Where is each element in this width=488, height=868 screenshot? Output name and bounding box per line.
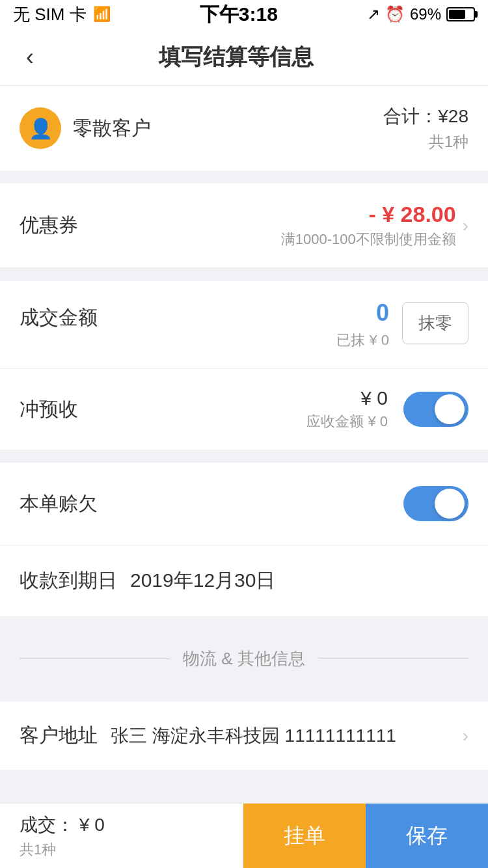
status-time: 下午3:18 [200,1,278,28]
battery-icon [446,7,475,21]
credit-section: 本单赊欠 收款到期日 2019年12月30日 [0,463,488,616]
divider-line-left [20,658,170,659]
customer-total: 合计：¥28 [383,104,468,129]
address-label: 客户地址 [20,722,98,749]
customer-count: 共1种 [383,131,468,152]
amount-right: 0 已抹 ¥ 0 抹零 [336,299,468,350]
logistics-section: 物流 & 其他信息 [0,629,488,688]
coupon-chevron-icon: › [463,215,468,236]
prepay-right: ¥ 0 应收金额 ¥ 0 [306,387,468,431]
prepay-toggle[interactable] [403,392,468,427]
address-row[interactable]: 客户地址 张三 海淀永丰科技园 11111111111 › [0,701,488,770]
logistics-divider: 物流 & 其他信息 [0,629,488,688]
credit-label: 本单赊欠 [20,491,98,517]
amount-value: 0 [336,299,389,327]
avatar-icon: 👤 [29,117,53,140]
bottom-deal-line: 成交： ¥ 0 [20,813,224,837]
bottom-info: 成交： ¥ 0 共1种 [0,813,243,860]
bottom-deal-label: 成交： [20,815,74,835]
coupon-label: 优惠券 [20,212,78,239]
round-button[interactable]: 抹零 [402,302,468,344]
customer-name: 零散客户 [73,115,151,142]
coupon-row[interactable]: 优惠券 - ¥ 28.00 满1000-100不限制使用金额 › [0,183,488,268]
credit-toggle-knob [435,489,465,519]
location-icon: ↗ [367,5,380,23]
address-chevron-icon: › [463,726,468,746]
carrier-text: 无 SIM 卡 [13,3,87,26]
logistics-divider-text: 物流 & 其他信息 [183,647,305,670]
divider-line-right [318,658,468,659]
coupon-section: 优惠券 - ¥ 28.00 满1000-100不限制使用金额 › [0,183,488,268]
page-title: 填写结算等信息 [40,42,432,72]
customer-section: 👤 零散客户 合计：¥28 共1种 [0,86,488,170]
coupon-amount: - ¥ 28.00 [281,202,456,227]
customer-row: 👤 零散客户 合计：¥28 共1种 [0,86,488,170]
amount-deducted: 已抹 ¥ 0 [336,331,389,350]
status-bar: 无 SIM 卡 📶 下午3:18 ↗ ⏰ 69% [0,0,488,29]
address-value: 张三 海淀永丰科技园 11111111111 [111,724,463,748]
address-section: 客户地址 张三 海淀永丰科技园 11111111111 › [0,701,488,770]
amount-row: 成交金额 0 已抹 ¥ 0 抹零 [0,281,488,369]
status-right: ↗ ⏰ 69% [367,5,475,23]
amount-value-wrap: 0 已抹 ¥ 0 [336,299,389,350]
save-button[interactable]: 保存 [366,804,488,868]
nav-bar: ‹ 填写结算等信息 [0,29,488,86]
duedate-value: 2019年12月30日 [130,567,275,594]
customer-left: 👤 零散客户 [20,107,151,149]
status-left: 无 SIM 卡 📶 [13,3,111,26]
prepay-row: 冲预收 ¥ 0 应收金额 ¥ 0 [0,369,488,450]
prepay-label: 冲预收 [20,396,78,423]
coupon-info: - ¥ 28.00 满1000-100不限制使用金额 [281,202,456,249]
duedate-row: 收款到期日 2019年12月30日 [0,545,488,616]
transaction-section: 成交金额 0 已抹 ¥ 0 抹零 冲预收 ¥ 0 应收金额 ¥ 0 [0,281,488,450]
hold-button[interactable]: 挂单 [243,804,366,868]
prepay-amount: ¥ 0 [306,387,388,409]
credit-row: 本单赊欠 [0,463,488,545]
bottom-bar: 成交： ¥ 0 共1种 挂单 保存 [0,803,488,868]
prepay-info: ¥ 0 应收金额 ¥ 0 [306,387,388,431]
toggle-knob [435,394,465,424]
alarm-icon: ⏰ [385,5,405,23]
duedate-label: 收款到期日 [20,567,117,594]
customer-right: 合计：¥28 共1种 [383,104,468,152]
battery-percent: 69% [410,5,441,23]
coupon-desc: 满1000-100不限制使用金额 [281,230,456,249]
amount-label: 成交金额 [20,299,98,331]
coupon-right: - ¥ 28.00 满1000-100不限制使用金额 › [281,202,468,249]
back-button[interactable]: ‹ [20,37,40,77]
bottom-count: 共1种 [20,840,224,860]
customer-avatar: 👤 [20,107,61,149]
prepay-receivable: 应收金额 ¥ 0 [306,412,388,431]
bottom-deal-amount: ¥ 0 [79,815,105,835]
credit-toggle[interactable] [403,486,468,521]
wifi-icon: 📶 [93,6,111,23]
